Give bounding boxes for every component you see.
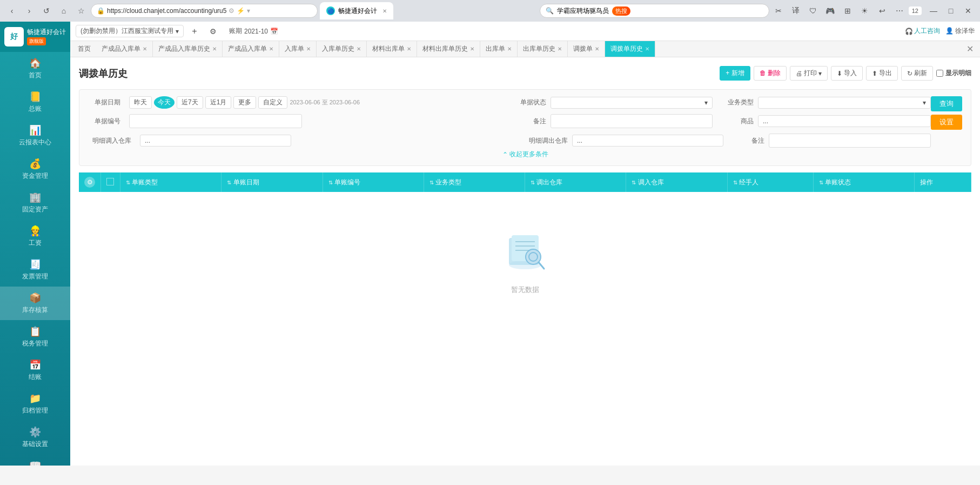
- refresh-button[interactable]: ↻ 刷新: [901, 66, 933, 81]
- close-tab-icon[interactable]: ✕: [357, 46, 361, 52]
- sidebar-item-funds[interactable]: 💰 资金管理: [0, 152, 70, 186]
- more-menu-icon[interactable]: ⋯: [892, 4, 907, 18]
- close-tab-icon[interactable]: ✕: [143, 46, 147, 52]
- sidebar-item-guide[interactable]: 📖 新手引导: [0, 454, 70, 466]
- tab-transfer[interactable]: 调拨单 ✕: [568, 41, 605, 57]
- tab-outbound[interactable]: 出库单 ✕: [480, 41, 518, 57]
- yesterday-button[interactable]: 昨天: [129, 96, 152, 109]
- delete-button[interactable]: 🗑 删除: [754, 66, 787, 81]
- maximize-button[interactable]: □: [943, 5, 958, 17]
- show-cols-input[interactable]: [936, 70, 943, 77]
- tab-outbound-history[interactable]: 出库单历史 ✕: [518, 41, 568, 57]
- tab-home[interactable]: 首页: [72, 41, 96, 57]
- close-tab-icon[interactable]: ✕: [558, 46, 562, 52]
- th-in-warehouse[interactable]: ⇅ 调入仓库: [626, 172, 727, 192]
- sidebar-item-invoice[interactable]: 🧾 发票管理: [0, 253, 70, 287]
- close-tab-icon[interactable]: ✕: [595, 46, 599, 52]
- th-doc-date[interactable]: ⇅ 单账日期: [221, 172, 323, 192]
- tab-material-outbound-history[interactable]: 材料出库单历史 ✕: [417, 41, 480, 57]
- print-dropdown[interactable]: ▾: [818, 70, 822, 77]
- shield-icon[interactable]: 🛡: [806, 4, 820, 18]
- close-tab-icon[interactable]: ✕: [212, 46, 217, 52]
- reload-button[interactable]: ↺: [39, 3, 54, 18]
- export-button[interactable]: ⬆ 导出: [866, 66, 898, 81]
- browser-tab-active[interactable]: 🔵 畅捷通好会计 ✕: [320, 2, 393, 19]
- status-select[interactable]: ▾: [551, 97, 713, 109]
- docno-input[interactable]: [129, 114, 302, 128]
- company-selector[interactable]: (勿删勿禁用）江西服宝测试专用 ▾: [76, 25, 184, 37]
- import-button[interactable]: ⬇ 导入: [831, 66, 863, 81]
- close-tab-icon[interactable]: ✕: [407, 46, 411, 52]
- sidebar-item-ledger[interactable]: 📒 总账: [0, 85, 70, 119]
- close-tab-icon[interactable]: ✕: [645, 46, 649, 52]
- custom-button[interactable]: 自定义: [258, 96, 287, 109]
- th-check[interactable]: [101, 172, 120, 192]
- history-icon[interactable]: ↩: [875, 4, 889, 18]
- goods-select[interactable]: ...: [758, 115, 931, 127]
- th-out-warehouse[interactable]: ⇅ 调出仓库: [525, 172, 626, 192]
- tab-inbound-history[interactable]: 入库单历史 ✕: [317, 41, 367, 57]
- forward-button[interactable]: ›: [22, 3, 37, 18]
- close-tab-icon[interactable]: ✕: [382, 8, 387, 14]
- game-icon[interactable]: 🎮: [823, 4, 837, 18]
- th-gear[interactable]: ⚙: [79, 172, 101, 192]
- sidebar-item-archive[interactable]: 📁 归档管理: [0, 387, 70, 421]
- sidebar-item-payroll[interactable]: 👷 工资: [0, 220, 70, 253]
- close-all-tabs-button[interactable]: ✕: [962, 44, 978, 54]
- collapse-button[interactable]: ⌃ 收起更多条件: [502, 150, 548, 159]
- out-warehouse-select[interactable]: ...: [572, 135, 723, 147]
- tab-product-inbound2[interactable]: 产成品入库单 ✕: [223, 41, 279, 57]
- sidebar-item-reports[interactable]: 📊 云报表中心: [0, 119, 70, 152]
- support-button[interactable]: 🎧 人工咨询: [905, 26, 940, 36]
- address-bar[interactable]: 🔒 https://cloud.chanjet.com/accounting/u…: [91, 4, 318, 18]
- print-button[interactable]: 🖨 打印 ▾: [790, 66, 828, 81]
- home-button[interactable]: ⌂: [56, 3, 71, 18]
- tab-inbound[interactable]: 入库单 ✕: [279, 41, 317, 57]
- add-company-button[interactable]: +: [187, 24, 202, 39]
- minimize-button[interactable]: —: [926, 5, 941, 17]
- sidebar-item-settings[interactable]: ⚙️ 基础设置: [0, 421, 70, 454]
- sidebar-item-home[interactable]: 🏠 首页: [0, 52, 70, 85]
- search-bar[interactable]: 🔍 学霸应聘场驱鸟员 热搜: [540, 4, 769, 18]
- tab-product-inbound[interactable]: 产成品入库单 ✕: [96, 41, 153, 57]
- close-button[interactable]: ✕: [961, 5, 976, 17]
- settings-company-button[interactable]: ⚙: [205, 24, 220, 39]
- 1month-button[interactable]: 近1月: [205, 96, 232, 109]
- biztype-select[interactable]: ▾: [758, 97, 931, 109]
- th-doc-type[interactable]: ⇅ 单账类型: [120, 172, 221, 192]
- translate-icon[interactable]: 译: [789, 4, 803, 18]
- close-tab-icon[interactable]: ✕: [269, 46, 273, 52]
- more-button[interactable]: 更多: [233, 96, 256, 109]
- th-doc-no[interactable]: ⇅ 单账编号: [323, 172, 424, 192]
- tab-transfer-history[interactable]: 调拨单历史 ✕: [605, 41, 655, 57]
- scissors-icon[interactable]: ✂: [771, 4, 786, 18]
- sidebar-item-tax[interactable]: 📋 税务管理: [0, 320, 70, 354]
- remark2-input[interactable]: [769, 134, 931, 148]
- remark-input[interactable]: [551, 114, 713, 128]
- today-button[interactable]: 今天: [154, 96, 174, 109]
- show-columns-checkbox[interactable]: 显示明细: [936, 69, 971, 78]
- th-biz-type[interactable]: ⇅ 业务类型: [424, 172, 525, 192]
- back-button[interactable]: ‹: [4, 3, 19, 18]
- 7days-button[interactable]: 近7天: [177, 96, 203, 109]
- close-tab-icon[interactable]: ✕: [306, 46, 311, 52]
- select-all-checkbox[interactable]: [106, 178, 114, 185]
- sidebar-item-inventory[interactable]: 📦 库存核算: [0, 287, 70, 320]
- tab-product-inbound-history[interactable]: 产成品入库单历史 ✕: [153, 41, 223, 57]
- tab-count[interactable]: 12: [909, 6, 922, 15]
- filter-settings-button[interactable]: 设置: [931, 115, 962, 130]
- bookmark-button[interactable]: ☆: [73, 3, 89, 18]
- new-button[interactable]: + 新增: [720, 66, 750, 81]
- th-status[interactable]: ⇅ 单账状态: [813, 172, 914, 192]
- sidebar-item-closing[interactable]: 📅 结账: [0, 354, 70, 387]
- sidebar-item-assets[interactable]: 🏢 固定资产: [0, 186, 70, 220]
- search-button[interactable]: 查询: [931, 96, 962, 111]
- tab-material-outbound[interactable]: 材料出库单 ✕: [367, 41, 417, 57]
- close-tab-icon[interactable]: ✕: [470, 46, 474, 52]
- close-tab-icon[interactable]: ✕: [507, 46, 512, 52]
- in-warehouse-select[interactable]: ...: [140, 135, 291, 147]
- grid-icon[interactable]: ⊞: [841, 4, 855, 18]
- th-handler[interactable]: ⇅ 经手人: [727, 172, 813, 192]
- user-avatar[interactable]: 👤 徐泽华: [945, 26, 975, 36]
- brightness-icon[interactable]: ☀: [858, 4, 872, 18]
